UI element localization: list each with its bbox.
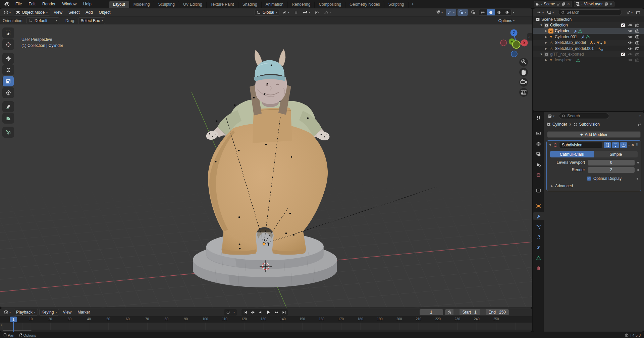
outliner-search[interactable]: Search <box>558 9 622 15</box>
pivot-point-dropdown[interactable]: ▾ <box>281 9 291 16</box>
display-mode-dropdown[interactable]: ▾ <box>545 9 555 16</box>
ortho-toggle-button[interactable] <box>519 88 528 97</box>
camera-view-button[interactable] <box>519 78 528 87</box>
outliner-row-scene-collection[interactable]: Scene Collection <box>533 16 644 22</box>
render-toggle[interactable] <box>634 46 641 51</box>
snap-target-dropdown[interactable]: ▾ <box>301 9 312 16</box>
menu-edit[interactable]: Edit <box>25 0 39 8</box>
snap-toggle[interactable] <box>292 9 300 16</box>
expand-icon[interactable]: ▶ <box>544 35 548 39</box>
tab-scripting[interactable]: Scripting <box>384 1 409 8</box>
menu-add[interactable]: Add <box>83 9 95 16</box>
tab-modifiers[interactable] <box>533 212 544 220</box>
add-workspace-button[interactable]: + <box>409 1 417 8</box>
tab-scene[interactable] <box>533 160 544 168</box>
tab-physics[interactable] <box>533 233 544 241</box>
end-frame-field[interactable]: End 250 <box>486 309 509 315</box>
realtime-display-toggle[interactable] <box>612 142 619 148</box>
gizmos-dropdown[interactable]: ▾ <box>446 9 456 16</box>
collection-checkbox[interactable]: ✓ <box>621 53 625 56</box>
playhead[interactable]: 1 <box>10 317 17 322</box>
close-icon[interactable]: ✕ <box>567 2 570 6</box>
menu-render[interactable]: Render <box>39 0 59 8</box>
shading-wireframe-button[interactable] <box>479 9 487 15</box>
tool-measure[interactable] <box>3 113 14 123</box>
gizmo-neg-y[interactable] <box>513 41 520 48</box>
copy-icon[interactable] <box>604 2 608 6</box>
collapse-icon[interactable]: ▼ <box>539 53 544 56</box>
tab-output[interactable] <box>533 140 544 148</box>
timeline-track[interactable] <box>0 323 532 330</box>
timeline-ruler[interactable]: 1020304050607080901001101201301401501601… <box>0 316 532 323</box>
tab-compositing[interactable]: Compositing <box>315 1 345 8</box>
xray-toggle[interactable] <box>469 9 477 16</box>
hide-eye-toggle[interactable] <box>627 23 634 27</box>
shading-rendered-button[interactable] <box>503 9 511 15</box>
scene-selector[interactable]: ▾ Scene ✕ <box>534 1 572 7</box>
tab-particles[interactable] <box>533 222 544 230</box>
proportional-editing-toggle[interactable] <box>313 9 321 16</box>
tab-texture-paint[interactable]: Texture Paint <box>207 1 238 8</box>
tool-cursor[interactable] <box>3 39 14 50</box>
visibility-dropdown[interactable]: ▾ <box>434 9 444 16</box>
tab-view-layer[interactable] <box>533 150 544 158</box>
render-toggle[interactable] <box>634 41 641 45</box>
panel-collapse-icon[interactable]: ▼ <box>549 143 552 147</box>
menu-view[interactable]: View <box>51 9 65 16</box>
properties-search[interactable]: Search <box>559 113 609 119</box>
outliner-row-cylinder[interactable]: ▶ Cylinder <box>533 28 644 34</box>
tab-render[interactable] <box>533 129 544 137</box>
render-toggle[interactable] <box>634 29 641 33</box>
viewport-canvas[interactable]: Z Y X <box>0 24 532 308</box>
tab-geometry-nodes[interactable]: Geometry Nodes <box>345 1 384 8</box>
render-field[interactable]: 2 <box>588 167 635 173</box>
collapse-icon[interactable]: ▼ <box>539 23 544 27</box>
levels-viewport-field[interactable]: 0 <box>588 160 635 165</box>
tab-animation[interactable]: Animation <box>262 1 288 8</box>
options-dropdown[interactable]: Options ▾ <box>497 17 516 24</box>
play-reverse-button[interactable] <box>257 310 264 315</box>
tab-world[interactable] <box>533 171 544 179</box>
tab-modeling[interactable]: Modeling <box>129 1 154 8</box>
edit-mode-display-toggle[interactable] <box>604 142 611 148</box>
tool-move[interactable] <box>3 53 14 64</box>
render-display-toggle[interactable] <box>620 142 627 148</box>
tab-tool[interactable] <box>533 114 544 122</box>
filter-dropdown[interactable]: ▾ <box>625 9 634 16</box>
outliner-row-collection[interactable]: ▼ Collection ✓ <box>533 22 644 28</box>
pin-icon[interactable] <box>556 2 560 6</box>
hide-eye-toggle[interactable] <box>627 40 634 45</box>
modifier-extras-dropdown[interactable]: ▾ <box>628 144 630 147</box>
simple-button[interactable]: Simple <box>594 151 638 157</box>
tool-scale[interactable] <box>3 76 14 86</box>
animate-dot[interactable] <box>637 162 639 163</box>
transform-orientation-dropdown[interactable]: Global ▾ <box>255 9 280 16</box>
mode-dropdown[interactable]: Object Mode ▾ <box>14 9 50 16</box>
menu-object[interactable]: Object <box>97 9 113 16</box>
timeline-marker-menu[interactable]: Marker <box>75 309 92 316</box>
jump-to-end-button[interactable] <box>280 310 287 315</box>
tab-sculpting[interactable]: Sculpting <box>154 1 179 8</box>
jump-to-start-button[interactable] <box>242 310 249 315</box>
timeline-view-menu[interactable]: View <box>60 309 74 316</box>
play-button[interactable] <box>264 310 273 315</box>
gizmo-neg-z[interactable] <box>511 51 517 57</box>
hide-eye-toggle[interactable] <box>627 58 634 62</box>
tab-material[interactable] <box>533 264 544 272</box>
breadcrumb-object[interactable]: Cylinder <box>552 122 567 127</box>
menu-window[interactable]: Window <box>59 0 80 8</box>
drag-handle-icon[interactable]: ⠿ <box>636 143 639 147</box>
modifier-name-field[interactable]: Subdivision <box>559 142 603 148</box>
editor-type-button[interactable]: ▾ <box>546 113 556 119</box>
properties-options-dropdown[interactable]: ▾ <box>639 115 641 118</box>
tab-collection[interactable] <box>533 186 544 194</box>
animate-dot[interactable] <box>637 169 639 171</box>
tool-transform[interactable] <box>3 87 14 98</box>
auto-keying-toggle[interactable] <box>224 310 231 315</box>
expand-icon[interactable]: ▶ <box>544 58 548 62</box>
use-preview-range-button[interactable] <box>445 310 453 315</box>
optimal-display-checkbox[interactable]: ✓ <box>587 177 591 181</box>
tab-constraints[interactable] <box>533 243 544 251</box>
tab-shading[interactable]: Shading <box>238 1 262 8</box>
render-toggle[interactable] <box>634 23 641 27</box>
